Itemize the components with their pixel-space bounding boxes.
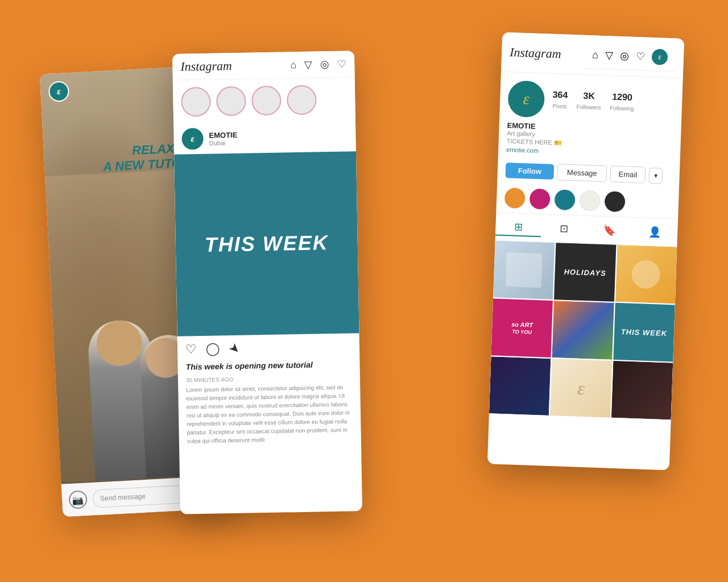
card-profile: Instagram ⌂ ▽ ◎ ♡ ε ε 364 Posts 3K Foll: [487, 32, 684, 471]
stat-following-label: Following: [610, 105, 634, 111]
post-description: Lorem ipsum dolor sit amet, consectetur …: [178, 383, 361, 446]
color-swatch-pink: [530, 189, 551, 210]
grid-cell-1[interactable]: [493, 240, 555, 300]
grid-cell-8[interactable]: ε: [550, 359, 612, 418]
post-user-row: ε EMOTIE Dubai: [173, 120, 356, 155]
grid-area: HOLIDAYS so ARTTO YOU THIS WEEK ε: [489, 240, 677, 419]
stat-following-count: 1290: [610, 92, 635, 102]
tab-tag[interactable]: ⊡: [541, 219, 587, 239]
post-user-info: EMOTIE Dubai: [209, 130, 237, 146]
send-icon[interactable]: ▽: [605, 49, 614, 61]
grid-cell-3[interactable]: [615, 245, 677, 304]
heart-icon[interactable]: ♡: [636, 50, 646, 63]
color-swatch-orange: [504, 188, 526, 209]
post-user-avatar: ε: [181, 128, 204, 150]
profile-instagram-logo: Instagram: [510, 45, 561, 61]
post-username: EMOTIE: [209, 130, 237, 139]
profile-info-row: ε 364 Posts 3K Followers 1290 Following: [499, 72, 683, 127]
post-image: THIS WEEK: [174, 151, 359, 336]
tab-grid[interactable]: ⊞: [495, 217, 541, 237]
share-icon[interactable]: ➤: [226, 339, 243, 357]
color-swatch-teal: [555, 189, 576, 210]
profile-bio: EMOTIE Art gallery TICKETS HERE 🎫 emotie…: [498, 121, 681, 164]
post-location: Dubai: [209, 139, 238, 146]
stories-row: [173, 77, 355, 124]
compass-icon[interactable]: ◎: [620, 49, 630, 63]
stat-following: 1290 Following: [610, 92, 634, 113]
stat-posts-count: 364: [552, 90, 568, 101]
stat-followers: 3K Followers: [576, 90, 601, 111]
grid-cell-6[interactable]: THIS WEEK: [613, 303, 675, 362]
home-icon[interactable]: ⌂: [592, 49, 599, 61]
stat-posts-label: Posts: [553, 103, 567, 110]
story-circle-2[interactable]: [216, 86, 246, 117]
stat-followers-count: 3K: [577, 90, 601, 101]
scene: ε RELAX WITHA NEW TUTORIAL 📷 Send messag…: [51, 35, 677, 547]
grid-cell-7[interactable]: [489, 356, 551, 415]
profile-stats: 364 Posts 3K Followers 1290 Following: [552, 90, 675, 114]
heart-icon[interactable]: ♡: [337, 58, 346, 70]
grid-cell-4[interactable]: so ARTTO YOU: [491, 298, 553, 357]
post-image-text: THIS WEEK: [204, 231, 329, 257]
comment-icon[interactable]: ◯: [206, 341, 220, 356]
compass-icon[interactable]: ◎: [320, 58, 329, 70]
color-swatch-dark: [604, 191, 625, 212]
post-header: Instagram ⌂ ▽ ◎ ♡: [172, 51, 355, 81]
send-icon[interactable]: ▽: [304, 59, 312, 71]
story-circle-3[interactable]: [251, 86, 282, 116]
stat-posts: 364 Posts: [552, 90, 568, 111]
stat-followers-label: Followers: [576, 103, 601, 110]
profile-user-icon[interactable]: ε: [652, 49, 668, 65]
card-post: Instagram ⌂ ▽ ◎ ♡ ε EMOTIE Dubai THIS WE…: [172, 51, 362, 514]
profile-header: Instagram ⌂ ▽ ◎ ♡ ε: [501, 32, 684, 78]
email-button[interactable]: Email: [610, 165, 646, 183]
tab-bookmark[interactable]: 🔖: [586, 221, 632, 240]
post-nav-icons: ⌂ ▽ ◎ ♡: [290, 58, 346, 72]
grid-cell-2[interactable]: HOLIDAYS: [554, 243, 616, 302]
instagram-logo: Instagram: [180, 59, 232, 74]
follow-button[interactable]: Follow: [505, 163, 554, 180]
message-button[interactable]: Message: [557, 164, 607, 182]
story-circle-4[interactable]: [287, 85, 317, 115]
post-actions: ♡ ◯ ➤: [177, 333, 360, 363]
like-icon[interactable]: ♡: [185, 342, 197, 356]
home-icon[interactable]: ⌂: [290, 59, 296, 71]
more-button[interactable]: ▾: [649, 167, 663, 184]
color-swatch-cream: [579, 190, 600, 211]
tab-person[interactable]: 👤: [632, 222, 678, 242]
story-circle-1[interactable]: [181, 87, 211, 117]
profile-nav-icons: ⌂ ▽ ◎ ♡ ε: [584, 41, 676, 72]
profile-avatar: ε: [507, 80, 545, 118]
camera-icon[interactable]: 📷: [68, 490, 88, 509]
grid-cell-9[interactable]: [611, 361, 673, 420]
grid-cell-5[interactable]: [552, 301, 614, 360]
